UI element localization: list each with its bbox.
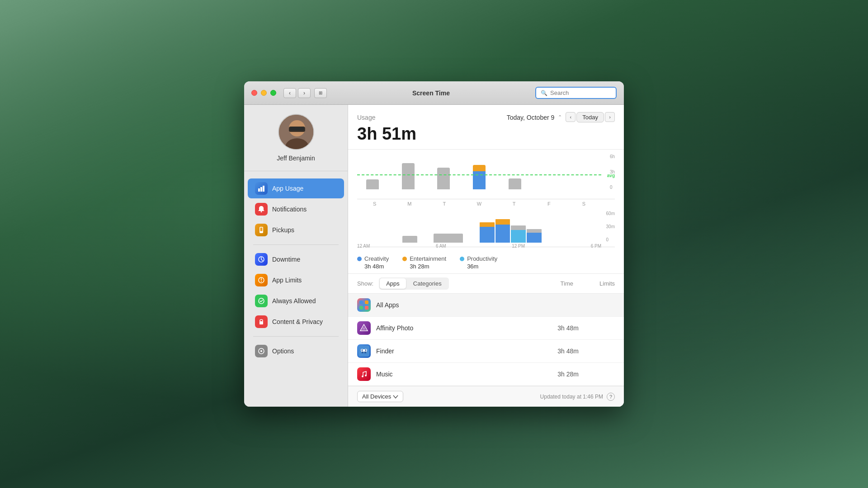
day-labels: S M T W T F S: [357, 201, 615, 206]
daily-bar-2: [434, 234, 463, 243]
creativity-dot: [357, 257, 362, 261]
date-text: Today, October 9: [507, 114, 555, 121]
music-time: 3h 28m: [533, 371, 579, 378]
next-date-button[interactable]: ›: [605, 112, 615, 122]
weekly-bar-t2: [509, 178, 521, 189]
productivity-time: 36m: [467, 263, 497, 270]
day-s2: S: [566, 201, 601, 206]
daily-bar-blue-1: [480, 227, 495, 243]
app-limits-icon: [255, 274, 268, 286]
daily-bar-blue-2: [495, 225, 510, 243]
user-name: Jeff Benjamin: [277, 155, 315, 162]
svg-rect-28: [362, 352, 363, 353]
all-apps-label: All Apps: [376, 301, 533, 309]
usage-top: Usage Today, October 9 ⌃ ‹ Today ›: [357, 112, 615, 122]
weekly-bar-s1: [366, 179, 379, 189]
sidebar-item-notifications[interactable]: Notifications: [248, 199, 344, 219]
bottom-bar: All Devices Updated today at 1:46 PM ?: [348, 386, 624, 407]
time-12am: 12 AM: [357, 244, 370, 249]
svg-rect-21: [365, 306, 368, 310]
daily-bar-1: [402, 236, 417, 243]
col-limits-header: Limits: [579, 280, 615, 287]
productivity-dot: [460, 257, 464, 261]
app-row-all[interactable]: All Apps: [348, 294, 624, 317]
music-icon: [357, 367, 371, 381]
sidebar-item-app-limits[interactable]: App Limits: [248, 270, 344, 290]
nav-buttons: ‹ › ⊞: [283, 88, 327, 98]
sidebar-divider: [253, 244, 339, 245]
music-name: Music: [376, 371, 533, 378]
sidebar-item-options[interactable]: Options: [248, 341, 344, 361]
legend-entertainment-top: Entertainment: [402, 255, 446, 262]
svg-rect-10: [260, 228, 263, 231]
legend-productivity-top: Productivity: [460, 255, 497, 262]
minimize-button[interactable]: [261, 90, 267, 96]
finder-name: Finder: [376, 347, 533, 355]
sidebar-divider-2: [253, 336, 339, 337]
sidebar-item-pickups[interactable]: Pickups: [248, 220, 344, 240]
svg-point-32: [362, 375, 363, 377]
back-button[interactable]: ‹: [283, 88, 296, 98]
maximize-button[interactable]: [270, 90, 276, 96]
sidebar-label-app-limits: App Limits: [272, 277, 302, 284]
sidebar-item-always-allowed[interactable]: Always Allowed: [248, 291, 344, 311]
sidebar-item-content-privacy[interactable]: Content & Privacy: [248, 312, 344, 332]
forward-button[interactable]: ›: [298, 88, 311, 98]
chart-container: avg 6h 3h 0: [348, 150, 624, 252]
app-row-finder[interactable]: Finder 3h 48m: [348, 340, 624, 363]
search-input[interactable]: [550, 89, 611, 96]
daily-bar-gray-4: [527, 229, 542, 233]
sidebar-label-always-allowed: Always Allowed: [272, 297, 316, 305]
daily-bar-gray-3: [511, 225, 526, 230]
legend-entertainment: Entertainment 3h 28m: [402, 255, 446, 270]
svg-rect-15: [259, 321, 263, 324]
updated-container: Updated today at 1:46 PM ?: [540, 393, 615, 401]
main-content: Jeff Benjamin App Usage Notifications: [244, 105, 624, 407]
always-allowed-icon: [255, 295, 268, 307]
sidebar-item-app-usage[interactable]: App Usage: [248, 178, 344, 198]
apps-section: All Apps Affinity Photo 3h 48m: [348, 294, 624, 386]
titlebar: ‹ › ⊞ Screen Time 🔍: [244, 81, 624, 105]
prev-date-button[interactable]: ‹: [566, 112, 576, 122]
chevron-down-icon: [393, 395, 398, 399]
daily-bars-container: [357, 211, 615, 243]
sidebar-label-content-privacy: Content & Privacy: [272, 318, 323, 325]
app-row-affinity[interactable]: Affinity Photo 3h 48m: [348, 317, 624, 340]
entertainment-label: Entertainment: [410, 255, 446, 262]
tab-categories[interactable]: Categories: [407, 278, 448, 289]
grid-button[interactable]: ⊞: [314, 88, 327, 98]
usage-time: 3h 51m: [357, 124, 615, 144]
tab-apps[interactable]: Apps: [380, 278, 406, 289]
daily-bar-prod-1: [511, 230, 526, 243]
chart-daily: 60m 30m 0: [357, 211, 615, 247]
svg-rect-18: [359, 300, 363, 304]
time-6pm: 6 PM: [591, 244, 601, 249]
svg-point-13: [261, 281, 262, 282]
sidebar-item-downtime[interactable]: Downtime: [248, 249, 344, 269]
day-t2: T: [497, 201, 532, 206]
svg-rect-19: [365, 300, 368, 304]
close-button[interactable]: [251, 90, 257, 96]
sidebar-label-options: Options: [272, 347, 294, 355]
device-selector[interactable]: All Devices: [357, 391, 403, 402]
date-nav: Today, October 9 ⌃ ‹ Today ›: [507, 112, 615, 122]
axis-60m: 60m: [606, 211, 615, 216]
svg-point-17: [260, 350, 262, 352]
search-box[interactable]: 🔍: [535, 87, 617, 99]
svg-rect-29: [364, 352, 366, 353]
avatar: [278, 114, 314, 150]
search-icon: 🔍: [541, 90, 547, 96]
device-text: All Devices: [362, 393, 391, 400]
day-s1: S: [357, 201, 392, 206]
chart-weekly: avg 6h 3h 0: [357, 154, 615, 199]
show-label: Show:: [357, 280, 373, 287]
pickups-icon: [255, 224, 268, 236]
creativity-label: Creativity: [364, 255, 389, 262]
help-button[interactable]: ?: [607, 393, 615, 401]
avg-line: [357, 174, 601, 175]
svg-rect-7: [263, 186, 264, 192]
day-f: F: [532, 201, 566, 206]
today-button[interactable]: Today: [576, 112, 604, 122]
traffic-lights: [251, 90, 276, 96]
app-row-music[interactable]: Music 3h 28m: [348, 363, 624, 386]
